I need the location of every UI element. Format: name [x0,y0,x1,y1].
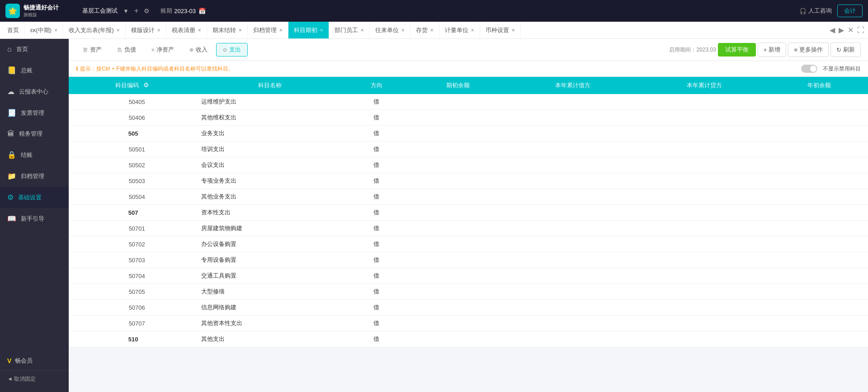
cell-direction: 借 [344,284,409,300]
cell-ytd-credit [638,221,770,236]
tab-expand-button[interactable]: ⛶ [855,26,866,34]
cell-opening [409,205,507,221]
sidebar-item-tax[interactable]: 🏛 税务管理 [0,123,69,144]
tab-shuibiao[interactable]: 税表清册 × [166,22,207,39]
cell-direction: 借 [344,126,409,142]
tab-kemuqichu-close[interactable]: × [320,27,323,33]
tab-moban-close[interactable]: × [157,27,160,33]
cell-code: 507 [69,205,196,221]
support-button[interactable]: 🎧 人工咨询 [799,7,832,15]
sidebar-item-basic[interactable]: ⚙ 基础设置 [0,187,69,208]
tab-shuibiao-close[interactable]: × [198,27,201,33]
tab-close-all-button[interactable]: ✕ [846,26,855,34]
tab-qimo-close[interactable]: × [239,27,242,33]
cell-ytd-debit [507,268,638,284]
table-row[interactable]: 50405运维维护支出借 [69,94,868,110]
table-row[interactable]: 50702办公设备购置借 [69,236,868,252]
table-row[interactable]: 50701房屋建筑物购建借 [69,221,868,236]
tab-moban[interactable]: 模版设计 × [126,22,166,39]
sub-tab-expense[interactable]: ⊙ 支出 [216,43,248,57]
table-row[interactable]: 50503专项业务支出借 [69,173,868,189]
toggle-switch[interactable] [801,65,817,73]
cell-code: 50501 [69,142,196,157]
sidebar-item-ledger[interactable]: 📒 总账 [0,60,69,81]
cell-direction: 借 [344,110,409,126]
project-name[interactable]: 基层工会测试 [82,7,118,15]
tab-cunkuo[interactable]: 存货 × [410,22,439,39]
tab-kemuqichu[interactable]: 科目期初 × [288,22,329,39]
cell-name: 会议支出 [196,157,344,173]
table-row[interactable]: 505业务支出借 [69,126,868,142]
sidebar-member[interactable]: V 畅会员 [0,351,69,370]
liability-prefix: 负 [117,47,122,53]
tab-next-button[interactable]: ▶ [837,26,846,34]
cell-name: 专用设备购置 [196,252,344,268]
kuaiji-button[interactable]: 会计 [837,5,863,17]
tab-zhongqi[interactable]: εκ(中期) × [25,22,63,39]
tab-wanglai-label: 往来单位 [375,26,399,34]
balance-button[interactable]: 试算平衡 [718,43,756,57]
table-row[interactable]: 507资本性支出借 [69,205,868,221]
tab-wanglai[interactable]: 往来单位 × [370,22,410,39]
more-button[interactable]: ≡ 更多操作 [788,43,829,57]
cell-code: 50704 [69,268,196,284]
cell-ytd-debit [507,300,638,316]
sidebar-item-home[interactable]: ⌂ 首页 [0,39,69,60]
cell-code: 50406 [69,110,196,126]
tab-wanglai-close[interactable]: × [401,27,405,33]
table-row[interactable]: 50705大型修缮借 [69,284,868,300]
tab-cunkuo-close[interactable]: × [430,27,434,33]
dropdown-icon[interactable]: ▼ [123,8,129,14]
sidebar-item-reports[interactable]: ☁ 云报表中心 [0,81,69,102]
tab-jiliang[interactable]: 计量单位 × [439,22,480,39]
add-button[interactable]: + 新增 [758,43,787,57]
tab-guidang-close[interactable]: × [279,27,283,33]
tab-kemuqichu-label: 科目期初 [294,26,317,34]
main-layout: ⌂ 首页 📒 总账 ☁ 云报表中心 🧾 发票管理 🏛 税务管理 🔒 结账 [0,39,868,392]
tab-shouru-close[interactable]: × [117,27,120,33]
refresh-button[interactable]: ↻ 刷新 [830,43,861,57]
cell-direction: 借 [344,252,409,268]
table-row[interactable]: 50703专用设备购置借 [69,252,868,268]
cell-ytd-debit [507,236,638,252]
table-row[interactable]: 50704交通工具购置借 [69,268,868,284]
sub-tab-income[interactable]: ⊕ 收入 [183,43,214,57]
sub-tab-equity[interactable]: ≡ 净资产 [145,43,181,57]
tab-home-label: 首页 [7,26,19,34]
sub-tab-liability[interactable]: 负 负债 [110,43,143,57]
table-row[interactable]: 50706信息网络购建借 [69,300,868,316]
table-row[interactable]: 50502会议支出借 [69,157,868,173]
sidebar-item-invoice[interactable]: 🧾 发票管理 [0,102,69,123]
tab-bumen-close[interactable]: × [361,27,364,33]
invoice-icon: 🧾 [7,109,16,117]
header-setting-button[interactable]: ⚙ [144,7,150,14]
code-setting-icon[interactable]: ⚙ [143,81,149,89]
tab-bumen[interactable]: 部门员工 × [329,22,370,39]
table-row[interactable]: 50504其他业务支出借 [69,189,868,205]
tab-qimo[interactable]: 期末结转 × [207,22,248,39]
cell-year-opening [770,173,868,189]
cell-name: 大型修缮 [196,284,344,300]
calendar-icon[interactable]: 📅 [198,8,206,14]
tab-home[interactable]: 首页 [2,22,25,39]
tab-jiliang-close[interactable]: × [471,27,474,33]
cell-code: 50503 [69,173,196,189]
tab-zhongqi-close[interactable]: × [54,27,57,33]
sidebar-pin[interactable]: ◄ 取消固定 [0,370,69,387]
sidebar-item-archive[interactable]: 📁 归档管理 [0,165,69,187]
sub-tab-asset[interactable]: 资 资产 [76,43,108,57]
tab-bizhong-close[interactable]: × [512,27,515,33]
table-row[interactable]: 510其他支出借 [69,331,868,347]
tab-prev-button[interactable]: ◀ [828,26,837,34]
table-row[interactable]: 50707其他资本性支出借 [69,316,868,331]
tab-guidang[interactable]: 归档管理 × [248,22,288,39]
cell-ytd-credit [638,173,770,189]
sidebar-item-guide[interactable]: 📖 新手引导 [0,208,69,229]
cell-direction: 借 [344,173,409,189]
table-row[interactable]: 50501培训支出借 [69,142,868,157]
tab-bizhong[interactable]: 币种设置 × [480,22,521,39]
sidebar-item-closing[interactable]: 🔒 结账 [0,144,69,165]
table-row[interactable]: 50406其他维权支出借 [69,110,868,126]
tab-shouru[interactable]: 收入支出表(年报) × [63,22,126,39]
header-add-button[interactable]: + [134,7,138,15]
